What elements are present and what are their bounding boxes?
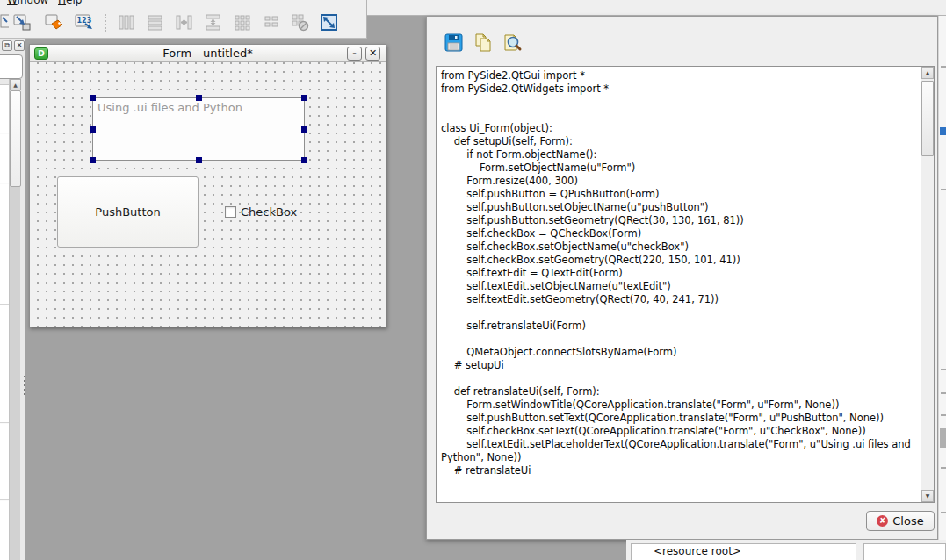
tree-branch-mark [941,467,946,469]
resource-preview-box[interactable] [863,543,946,560]
scrollbar-thumb[interactable] [921,81,934,156]
panel-splitter-handle[interactable] [23,373,26,396]
svg-text:123: 123 [77,17,92,25]
resource-root-item[interactable]: <resource root> [631,543,856,560]
edit-buddies-icon [44,22,64,35]
scroll-down-button[interactable]: ▼ [921,490,934,502]
close-circle-icon: ✘ [877,515,888,527]
layout-horizontal-button[interactable] [116,12,136,32]
code-vertical-scrollbar[interactable]: ▲ ▼ [921,67,934,502]
arrow-up-icon: ▲ [13,82,18,88]
scrollbar-sliver [940,428,946,448]
right-edge-panel [938,16,946,540]
tree-branch-mark [941,66,946,68]
pushbutton-widget[interactable]: PushButton [57,176,199,248]
selected-row-sliver [940,127,946,135]
break-layout-icon [290,22,310,35]
float-icon: ⧉ [4,41,10,49]
widget-box-close-button[interactable]: ✕ [14,40,25,51]
widget-box-search-input[interactable] [0,54,23,79]
designer-main-window-top: Window Help 123 [0,0,367,39]
edit-signals-slots-button[interactable] [12,12,32,32]
layout-splitter-vertical-icon [203,22,223,35]
menubar: Window Help [0,0,367,6]
layout-splitter-vertical-button[interactable] [203,12,223,32]
scroll-up-button[interactable]: ▲ [10,79,21,90]
edit-widgets-icon [0,22,9,35]
edit-buddies-button[interactable] [44,12,64,32]
scroll-up-button[interactable]: ▲ [921,67,934,79]
form-canvas-grid[interactable]: Using .ui files and Python PushButton Ch… [30,62,386,327]
desktop: Window Help 123 [0,0,946,560]
widget-box-panel: ⧉ ✕ ▲ [0,39,25,560]
widget-box-list-separator [0,183,9,183]
menu-window[interactable]: Window [7,0,48,6]
main-toolbar: 123 [0,7,367,39]
copy-button[interactable] [473,32,494,54]
edit-tab-order-icon: 123 [74,22,94,35]
widget-box-list-separator [0,499,9,500]
widget-box-float-button[interactable]: ⧉ [2,40,12,51]
edit-widgets-button[interactable] [0,12,9,32]
form-minimize-button[interactable]: - [347,47,362,61]
layout-form-button[interactable] [261,12,281,32]
adjust-size-icon [319,22,339,35]
layout-splitter-horizontal-button[interactable] [174,12,194,32]
top-window-band [367,0,946,16]
edit-signals-slots-icon [12,22,32,35]
selection-handle-bottom-middle[interactable] [196,157,202,163]
layout-horizontal-icon [116,22,136,35]
adjust-size-button[interactable] [319,12,339,32]
generated-code-view[interactable]: from PySide2.QtGui import * from PySide2… [436,66,935,503]
selection-handle-top-left[interactable] [90,95,96,101]
selection-handle-mid-right[interactable] [301,126,307,133]
find-button[interactable] [502,32,523,54]
copy-icon [473,43,494,56]
layout-vertical-button[interactable] [145,12,165,32]
textedit-placeholder-text: Using .ui files and Python [97,101,242,114]
form-close-button[interactable]: ✕ [365,47,380,61]
tree-branch-mark [941,512,946,513]
form-window-titlebar[interactable]: D Form - untitled* - ✕ [30,45,386,62]
layout-vertical-icon [145,22,165,35]
widget-box-list-separator [0,133,9,133]
break-layout-button[interactable] [290,12,310,32]
layout-grid-button[interactable] [232,12,252,32]
toolbar-separator [105,14,106,32]
edit-tab-order-button[interactable]: 123 [74,12,94,32]
checkbox-widget[interactable]: CheckBox [225,194,314,230]
save-button[interactable] [444,32,465,54]
find-in-text-icon [502,43,523,56]
layout-form-icon [261,22,281,35]
widget-box-list-separator [0,304,9,305]
close-button-label: Close [892,514,923,528]
close-button[interactable]: ✘ Close [866,511,935,531]
python-code-text[interactable]: from PySide2.QtGui import * from PySide2… [437,67,921,502]
selection-handle-top-right[interactable] [301,95,307,101]
widget-box-list[interactable] [0,84,9,560]
tree-branch-mark [941,369,946,370]
selection-handle-mid-left[interactable] [90,126,96,133]
pushbutton-label: PushButton [95,205,160,219]
save-icon [444,43,465,56]
widget-box-list-separator [0,422,9,423]
layout-splitter-horizontal-icon [174,22,194,35]
designer-form-icon: D [34,47,48,60]
form-window-title: Form - untitled* [162,47,252,60]
layout-grid-icon [232,22,252,35]
scrollbar-thumb[interactable] [10,90,21,187]
arrow-down-icon: ▼ [926,492,930,499]
widget-box-scrollbar[interactable]: ▲ [9,79,20,560]
tree-branch-mark [941,414,946,416]
selection-handle-bottom-right[interactable] [301,157,307,163]
arrow-up-icon: ▲ [926,69,930,75]
form-editor-window: D Form - untitled* - ✕ Using .ui files a… [29,44,386,327]
close-icon: ✕ [17,41,23,49]
selection-handle-bottom-left[interactable] [90,157,96,163]
textedit-widget[interactable]: Using .ui files and Python [92,97,305,161]
tree-branch-mark [941,189,946,190]
checkbox-indicator[interactable] [225,206,236,218]
menu-help[interactable]: Help [58,0,82,6]
selection-handle-top-middle[interactable] [196,95,202,101]
checkbox-label: CheckBox [241,205,297,219]
